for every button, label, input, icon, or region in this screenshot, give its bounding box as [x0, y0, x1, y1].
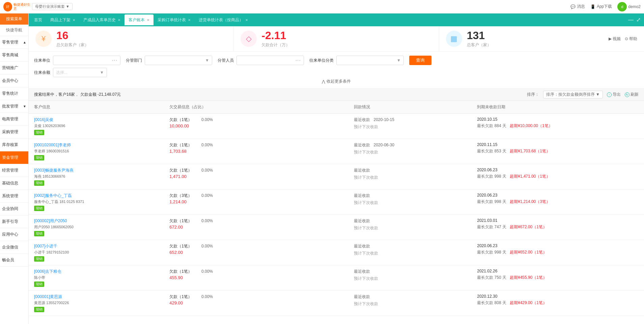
sidebar-item-member[interactable]: 会员中心 — [0, 75, 28, 87]
table-row: [000002]用户2050 用户2050 18665062050 现销 欠款（… — [29, 215, 644, 240]
sidebar-item-inventory[interactable]: 库存核算 — [0, 139, 28, 151]
cell-payment-4: 最近收款 预计下次收款 — [348, 215, 472, 240]
tab-products-on-off[interactable]: 商品上下架 ✕ — [46, 14, 79, 25]
sidebar-item-enterprise[interactable]: 企业协同 — [0, 203, 28, 215]
sidebar-item-purchase[interactable]: 采购管理 — [0, 126, 28, 139]
close-icon-tab1[interactable]: ✕ — [73, 18, 75, 22]
sidebar-item-enterprise-wx[interactable]: 企业微信 — [0, 241, 28, 254]
tab-customer-account[interactable]: 客户账本 ✕ — [124, 14, 153, 25]
sidebar-item-vip-member[interactable]: 畅会员 — [0, 254, 28, 267]
overdue-amount-7[interactable]: 超期¥429.00（1笔） — [510, 300, 547, 305]
cell-payment-1: 最近收款 2020-06-30 预计下次收款 — [348, 139, 472, 164]
cell-customer-4: [000002]用户2050 用户2050 18665062050 现销 — [29, 215, 164, 240]
sidebar-quick-nav[interactable]: 快捷导航 — [0, 25, 28, 36]
sidebar-item-basic-info[interactable]: 基础信息 — [0, 177, 28, 190]
sidebar-item-new-guide[interactable]: 新手引导 — [0, 215, 28, 228]
debt-amount-7[interactable]: 429.00 — [169, 300, 192, 305]
source-unit-dots-btn[interactable]: ··· — [112, 57, 117, 63]
overdue-amount-5[interactable]: 超期¥652.00（1笔） — [510, 250, 547, 255]
main-layout: 搜索菜单 快捷导航 零售管理 ▲ 零售商城 营销推广 会员中心 零售统计 批发管… — [0, 13, 644, 324]
customer-name-1[interactable]: [0001020001]李老师 — [34, 142, 159, 148]
sidebar-item-finance[interactable]: 资金管理 — [0, 151, 28, 164]
next-payment-label-2: 预计下次收款 — [354, 175, 466, 180]
store-selector[interactable]: 母婴行业演示账套 ▼ — [32, 3, 73, 10]
export-btn[interactable]: ↑ 导出 — [607, 92, 621, 97]
due-date-6: 2021.02.26 — [477, 269, 639, 273]
total-customers-number: 131 — [467, 30, 491, 41]
customer-phone-1: 李老师 18600391516 — [34, 149, 159, 154]
close-icon-tab2[interactable]: ✕ — [118, 18, 120, 22]
sidebar-item-marketing[interactable]: 营销推广 — [0, 62, 28, 75]
sort-select[interactable]: 排序：按欠款金额倒序排序 ▼ — [543, 91, 603, 98]
sidebar-item-retail-mall[interactable]: 零售商城 — [0, 49, 28, 62]
app-download-btn[interactable]: 📱 App下载 — [590, 4, 612, 9]
tab-stock-stats[interactable]: 进货单统计表（按商品） ✕ — [195, 14, 252, 25]
debt-amount-1[interactable]: 1,703.68 — [169, 149, 192, 154]
video-btn[interactable]: ▶ 视频 — [609, 36, 621, 42]
debt-amount-6[interactable]: 455.90 — [169, 275, 192, 280]
sidebar: 搜索菜单 快捷导航 零售管理 ▲ 零售商城 营销推广 会员中心 零售统计 批发管… — [0, 13, 29, 324]
customer-name-2[interactable]: [0003]畅捷服务尹海燕 — [34, 168, 159, 173]
overdue-days-2: 最长欠款 998 天 — [477, 174, 508, 179]
table-row: [0001020001]李老师 李老师 18600391516 现销 欠款（1笔… — [29, 139, 644, 164]
refresh-btn[interactable]: ↻ 刷新 — [625, 92, 639, 97]
sidebar-item-retail-mgmt[interactable]: 零售管理 ▲ — [0, 36, 28, 49]
debt-amount-5[interactable]: 652.00 — [169, 250, 192, 255]
cell-debt-info-4: 欠款（1笔） 672.00 0.00% — [164, 215, 348, 240]
close-icon-tab3[interactable]: ✕ — [147, 18, 149, 22]
debt-customers-number: 16 — [56, 30, 89, 41]
sort-label: 排序： — [527, 92, 539, 97]
close-icon-tab4[interactable]: ✕ — [188, 18, 191, 22]
source-unit-input[interactable] — [56, 58, 112, 63]
dept-label: 分管部门 — [126, 58, 142, 63]
next-payment-label-7: 预计下次收款 — [354, 301, 466, 307]
query-button[interactable]: 查询 — [409, 56, 431, 65]
overdue-amount-0[interactable]: 超期¥10,000.00（1笔） — [510, 123, 553, 128]
sidebar-item-ecommerce[interactable]: 电商管理 — [0, 113, 28, 126]
sidebar-item-retail-stats[interactable]: 零售统计 — [0, 87, 28, 100]
tab-purchase-stats[interactable]: 采购订单统计表 ✕ — [153, 14, 195, 25]
customer-tag-6: 现销 — [34, 282, 44, 287]
sidebar-item-app-center[interactable]: 应用中心 — [0, 228, 28, 241]
tab-expand-btn[interactable]: ⤢ — [636, 17, 641, 23]
overdue-amount-1[interactable]: 超期¥1,703.68（1笔） — [510, 149, 550, 153]
message-btn[interactable]: 💬 消息 — [570, 4, 585, 9]
overdue-amount-4[interactable]: 超期¥672.00（1笔） — [510, 225, 547, 229]
debt-amount-0[interactable]: 10,000.00 — [169, 123, 192, 128]
debt-amount-4[interactable]: 672.00 — [169, 225, 192, 230]
tab-product-history[interactable]: 产成品入库单历史 ✕ — [79, 14, 124, 25]
overdue-amount-2[interactable]: 超期¥1,471.00（1笔） — [510, 174, 550, 179]
cell-debt-info-5: 欠款（1笔） 652.00 0.00% — [164, 240, 348, 265]
customer-name-4[interactable]: [000002]用户2050 — [34, 218, 159, 224]
tab-home[interactable]: 首页 — [30, 14, 46, 25]
last-payment-label-2: 最近收款 — [354, 168, 466, 173]
customer-name-5[interactable]: [0007]小进千 — [34, 243, 159, 249]
top-bar: 好 畅捷通好生意 母婴行业演示账套 ▼ 💬 消息 📱 App下载 d demo2 — [0, 0, 644, 13]
balance-placeholder: 选择... — [56, 70, 100, 76]
sidebar-item-sys-mgmt[interactable]: 系统管理 — [0, 190, 28, 203]
overdue-amount-6[interactable]: 超期¥455.90（1笔） — [510, 275, 547, 280]
person-dots-btn[interactable]: ··· — [296, 57, 301, 63]
sidebar-item-batch-mgmt[interactable]: 批发管理 ▼ — [0, 100, 28, 113]
collapse-filter-btn[interactable]: ⋀ 收起更多条件 — [34, 77, 639, 86]
tab-minimize-btn[interactable]: — — [628, 17, 634, 23]
cell-debt-info-1: 欠款（1笔） 1,703.68 0.00% — [164, 139, 348, 164]
debt-percent-7: 0.00% — [201, 294, 213, 299]
sidebar-item-ops-mgmt[interactable]: 经营管理 — [0, 164, 28, 177]
debt-amount-2[interactable]: 1,471.00 — [169, 174, 192, 179]
person-input[interactable] — [240, 58, 296, 63]
customer-name-7[interactable]: [000001]黄思源 — [34, 294, 159, 300]
customer-name-0[interactable]: [0016]吴俊 — [34, 117, 159, 123]
debt-count-1: 欠款（1笔） — [169, 142, 192, 148]
customer-name-6[interactable]: [0006]去下粮仓 — [34, 269, 159, 274]
debt-count-6: 欠款（1笔） — [169, 269, 192, 274]
customer-name-3[interactable]: [0002]服务中心_丁磊 — [34, 193, 159, 199]
close-icon-tab5[interactable]: ✕ — [245, 18, 248, 22]
filter-dept: 分管部门 ▼ — [126, 56, 212, 65]
overdue-amount-3[interactable]: 超期¥1,214.00（3笔） — [510, 199, 550, 204]
debt-amount-3[interactable]: 1,214.00 — [169, 199, 192, 204]
user-menu[interactable]: d demo2 — [617, 2, 641, 11]
help-btn[interactable]: ⊙ 帮助 — [625, 36, 637, 42]
sidebar-search[interactable]: 搜索菜单 — [0, 13, 28, 25]
debt-customers-icon: ¥ — [35, 31, 52, 47]
